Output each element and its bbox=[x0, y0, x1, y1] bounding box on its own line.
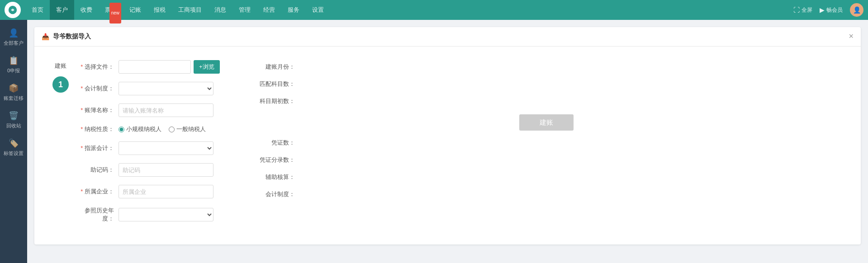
zero-declare-icon: 📋 bbox=[9, 56, 19, 66]
import-dialog-card: 📥 导爷数据导入 × 建账 1 选择文件： bbox=[34, 27, 861, 244]
nav-item-bookkeeping[interactable]: 记账 bbox=[123, 0, 147, 20]
select-file-input[interactable] bbox=[119, 60, 191, 74]
recycle-icon: 🗑️ bbox=[9, 111, 19, 121]
subject-initial-label: 科目期初数： bbox=[250, 97, 295, 105]
accounting-system-label: 会计制度： bbox=[78, 85, 114, 93]
sidebar-item-tags[interactable]: 🏷️ 标签设置 bbox=[0, 135, 27, 160]
accounting-system2-label: 会计制度： bbox=[250, 190, 295, 198]
sidebar: 👤 全部客户 📋 0申报 📦 账套迁移 🗑️ 回收站 🏷️ 标签设置 bbox=[0, 20, 27, 263]
nav-item-fees[interactable]: 收费 bbox=[74, 0, 99, 20]
accountant-label: 指派会计： bbox=[78, 144, 114, 152]
nav-item-customer[interactable]: 客户 bbox=[50, 0, 74, 20]
ledger-name-label: 账簿名称： bbox=[78, 106, 114, 114]
voucher-entries-row: 凭证分录数： bbox=[250, 156, 843, 164]
accounting-system2-row: 会计制度： bbox=[250, 190, 843, 198]
tax-type-radio-group: 小规模纳税人 一般纳税人 bbox=[119, 125, 206, 133]
nav-item-bizproject[interactable]: 工商项目 bbox=[172, 0, 208, 20]
top-navigation: 首页 客户 收费 票据 new 记账 报税 工商项目 消息 管理 经营 服务 设… bbox=[0, 0, 868, 20]
fullscreen-button[interactable]: ⛶ 全屏 bbox=[793, 6, 812, 14]
nav-menu: 首页 客户 收费 票据 new 记账 报税 工商项目 消息 管理 经营 服务 设… bbox=[25, 0, 793, 20]
company-input[interactable] bbox=[119, 185, 213, 198]
accounting-system-select[interactable] bbox=[119, 82, 213, 95]
accountant-row: 指派会计： bbox=[78, 141, 232, 155]
ledger-name-row: 账簿名称： bbox=[78, 103, 232, 117]
nav-right-section: ⛶ 全屏 ▶ 畅会员 👤 bbox=[793, 3, 863, 17]
voucher-count-label: 凭证数： bbox=[250, 139, 295, 147]
nav-item-manage[interactable]: 管理 bbox=[232, 0, 257, 20]
form-right-section: 建账月份： 匹配科目数： 科目期初数： 建账 bbox=[250, 60, 843, 231]
memo-code-row: 助记码： bbox=[78, 163, 232, 177]
nav-item-home[interactable]: 首页 bbox=[25, 0, 50, 20]
history-year-row: 参照历史年度： bbox=[78, 207, 232, 223]
close-button[interactable]: × bbox=[849, 32, 854, 41]
nav-item-settings[interactable]: 设置 bbox=[306, 0, 330, 20]
card-header: 📥 导爷数据导入 bbox=[34, 27, 861, 47]
sidebar-item-all-customers[interactable]: 👤 全部客户 bbox=[0, 24, 27, 50]
account-migrate-icon: 📦 bbox=[9, 83, 19, 93]
browse-button[interactable]: +浏览 bbox=[194, 60, 220, 74]
nav-item-messages[interactable]: 消息 bbox=[208, 0, 232, 20]
subject-initial-row: 科目期初数： bbox=[250, 97, 843, 105]
main-content-area: 📥 导爷数据导入 × 建账 1 选择文件： bbox=[27, 20, 868, 263]
vip-icon: ▶ bbox=[820, 6, 825, 14]
match-subjects-label: 匹配科目数： bbox=[250, 80, 295, 88]
fullscreen-icon: ⛶ bbox=[793, 6, 800, 14]
build-month-label: 建账月份： bbox=[250, 63, 295, 71]
sidebar-item-account-migrate[interactable]: 📦 账套迁移 bbox=[0, 80, 27, 105]
form-fields: 选择文件： +浏览 会计制度： bbox=[78, 60, 232, 231]
ledger-name-input[interactable] bbox=[119, 103, 213, 117]
build-btn-container: 建账 bbox=[250, 114, 843, 131]
sidebar-item-zero-declare[interactable]: 📋 0申报 bbox=[0, 52, 27, 78]
main-layout: 👤 全部客户 📋 0申报 📦 账套迁移 🗑️ 回收站 🏷️ 标签设置 📥 导爷数… bbox=[0, 20, 868, 263]
step-badge: 1 bbox=[52, 76, 69, 93]
all-customers-icon: 👤 bbox=[9, 28, 19, 38]
form-area: 建账 1 选择文件： +浏览 bbox=[34, 47, 861, 244]
sidebar-item-recycle[interactable]: 🗑️ 回收站 bbox=[0, 107, 27, 133]
build-month-row: 建账月份： bbox=[250, 63, 843, 71]
voucher-entries-label: 凭证分录数： bbox=[250, 156, 295, 164]
history-year-select[interactable] bbox=[119, 208, 213, 221]
company-label: 所属企业： bbox=[78, 188, 114, 196]
build-account-button[interactable]: 建账 bbox=[519, 114, 574, 131]
accountant-select[interactable] bbox=[119, 141, 213, 155]
history-year-label: 参照历史年度： bbox=[78, 207, 114, 223]
tax-type-row: 纳税性质： 小规模纳税人 一般纳税人 bbox=[78, 125, 232, 133]
match-subjects-row: 匹配科目数： bbox=[250, 80, 843, 88]
aux-account-label: 辅助核算： bbox=[250, 173, 295, 181]
avatar[interactable]: 👤 bbox=[850, 3, 863, 17]
card-title: 导爷数据导入 bbox=[53, 33, 91, 41]
general-taxpayer-option[interactable]: 一般纳税人 bbox=[169, 125, 206, 133]
import-icon: 📥 bbox=[42, 33, 49, 40]
nav-item-operation[interactable]: 经营 bbox=[257, 0, 281, 20]
app-logo[interactable] bbox=[5, 2, 21, 18]
accounting-system-row: 会计制度： bbox=[78, 82, 232, 95]
tags-icon: 🏷️ bbox=[9, 138, 19, 148]
memo-code-input[interactable] bbox=[119, 163, 213, 177]
build-account-label: 建账 bbox=[55, 62, 66, 70]
select-file-label: 选择文件： bbox=[78, 63, 114, 71]
voucher-count-row: 凭证数： bbox=[250, 139, 843, 147]
form-left-section: 建账 1 选择文件： +浏览 bbox=[52, 60, 232, 231]
company-row: 所属企业： bbox=[78, 185, 232, 198]
nav-item-bills[interactable]: 票据 new bbox=[99, 0, 123, 20]
new-badge: new bbox=[109, 3, 121, 23]
aux-account-row: 辅助核算： bbox=[250, 173, 843, 181]
memo-code-label: 助记码： bbox=[78, 166, 114, 174]
small-taxpayer-option[interactable]: 小规模纳税人 bbox=[119, 125, 161, 133]
tax-type-label: 纳税性质： bbox=[78, 125, 114, 133]
nav-item-tax[interactable]: 报税 bbox=[147, 0, 172, 20]
nav-item-service[interactable]: 服务 bbox=[281, 0, 306, 20]
select-file-row: 选择文件： +浏览 bbox=[78, 60, 232, 74]
vip-button[interactable]: ▶ 畅会员 bbox=[820, 6, 843, 14]
